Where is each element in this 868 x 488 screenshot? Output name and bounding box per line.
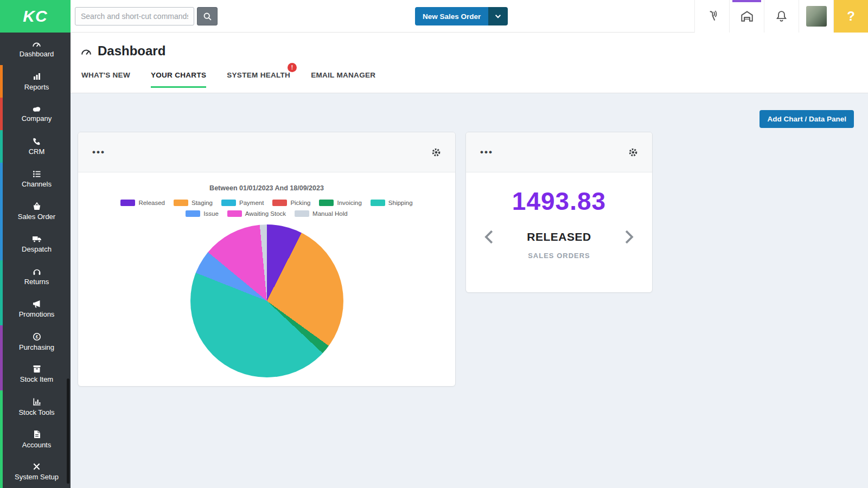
cloud-icon	[32, 105, 41, 112]
app-logo[interactable]: KC	[0, 0, 71, 33]
pie-card-header: •••	[78, 132, 455, 172]
panel-settings-gear-icon[interactable]	[431, 147, 441, 157]
panel-menu-icon[interactable]: •••	[92, 147, 105, 158]
sidebar-item-dashboard[interactable]: Dashboard	[0, 33, 71, 65]
list-icon	[33, 170, 41, 178]
sidebar-item-company[interactable]: Company	[0, 98, 71, 130]
tab-bar: WHAT'S NEW YOUR CHARTS SYSTEM HEALTH ! E…	[81, 71, 858, 88]
scanner-button[interactable]	[694, 0, 729, 33]
stat-navigator: RELEASED	[483, 230, 635, 244]
bell-icon	[775, 10, 788, 23]
legend-label: Shipping	[388, 200, 413, 206]
legend-item[interactable]: Shipping	[371, 200, 413, 206]
legend-label: Invoicing	[337, 200, 361, 206]
legend-label: Staging	[192, 200, 213, 206]
warehouse-icon	[740, 9, 754, 23]
sidebar-item-stock-tools[interactable]: Stock Tools	[0, 390, 71, 423]
sidebar-item-purchasing[interactable]: £ Purchasing	[0, 325, 71, 358]
legend-swatch	[272, 200, 287, 206]
legend-swatch	[295, 210, 309, 217]
tab-your-charts[interactable]: YOUR CHARTS	[151, 71, 206, 88]
pie-chart-card: ••• Between 01/01/2023 And 18/09/2023 Re…	[78, 132, 456, 387]
sidebar-item-crm[interactable]: CRM	[0, 130, 71, 163]
sidebar-item-returns[interactable]: Returns	[0, 260, 71, 293]
legend-item[interactable]: Issue	[186, 210, 219, 217]
tools-icon	[33, 463, 41, 471]
notifications-button[interactable]	[764, 0, 799, 33]
page-header: Dashboard WHAT'S NEW YOUR CHARTS SYSTEM …	[71, 33, 868, 93]
legend-swatch	[186, 210, 200, 217]
document-icon	[33, 430, 41, 439]
avatar	[806, 6, 827, 27]
dashboard-gauge-icon	[80, 47, 92, 56]
truck-icon	[32, 235, 42, 243]
legend-item[interactable]: Payment	[221, 200, 264, 206]
tab-email-manager[interactable]: EMAIL MANAGER	[311, 71, 375, 88]
sidebar-item-sales-order[interactable]: Sales Order	[0, 195, 71, 228]
stat-sublabel: SALES ORDERS	[528, 252, 590, 260]
basket-icon	[33, 202, 41, 210]
alert-badge: !	[288, 63, 297, 72]
stat-card-header: •••	[466, 132, 652, 172]
legend-label: Picking	[290, 200, 310, 206]
legend-row-1: ReleasedStagingPaymentPickingInvoicingSh…	[78, 200, 455, 206]
legend-item[interactable]: Awaiting Stock	[227, 210, 286, 217]
stat-label: RELEASED	[527, 230, 591, 243]
sidebar-item-reports[interactable]: Reports	[0, 65, 71, 98]
new-sales-order-dropdown[interactable]	[488, 7, 508, 25]
search-input[interactable]	[75, 7, 194, 25]
svg-text:£: £	[35, 334, 38, 339]
legend-item[interactable]: Manual Hold	[295, 210, 348, 217]
legend-label: Payment	[239, 200, 264, 206]
legend-item[interactable]: Invoicing	[319, 200, 361, 206]
chevron-right-icon[interactable]	[624, 230, 635, 244]
tab-whats-new[interactable]: WHAT'S NEW	[81, 71, 130, 88]
sidebar-item-stock-item[interactable]: Stock Item	[0, 358, 71, 390]
legend-swatch	[227, 210, 242, 217]
sidebar-item-channels[interactable]: Channels	[0, 163, 71, 195]
top-bar: KC New Sales Order	[0, 0, 868, 33]
panel-menu-icon[interactable]: •••	[480, 147, 493, 158]
phone-icon	[33, 137, 41, 145]
headset-icon	[33, 268, 41, 275]
search-icon	[203, 12, 212, 21]
search-button[interactable]	[197, 7, 218, 25]
pie-card-body: Between 01/01/2023 And 18/09/2023 Releas…	[78, 184, 455, 377]
legend-item[interactable]: Released	[120, 200, 165, 206]
sidebar-item-accounts[interactable]: Accounts	[0, 423, 71, 455]
legend-item[interactable]: Picking	[272, 200, 310, 206]
tab-system-health[interactable]: SYSTEM HEALTH !	[227, 71, 290, 88]
warehouse-button[interactable]	[729, 0, 764, 33]
sidebar-item-system-setup[interactable]: System Setup	[0, 455, 71, 488]
legend-swatch	[174, 200, 188, 206]
megaphone-icon	[33, 300, 41, 308]
gauge-icon	[32, 40, 41, 48]
pie-chart[interactable]	[190, 224, 343, 377]
stat-value: 1493.83	[512, 187, 606, 216]
page-title: Dashboard	[80, 43, 858, 59]
stat-card-body: 1493.83 RELEASED SALES ORDERS	[466, 172, 652, 260]
barcode-scanner-icon	[705, 9, 719, 23]
legend-label: Awaiting Stock	[245, 210, 286, 217]
sidebar-item-promotions[interactable]: Promotions	[0, 293, 71, 325]
chart-title: Between 01/01/2023 And 18/09/2023	[78, 184, 455, 192]
chevron-down-icon	[494, 12, 502, 20]
legend-row-2: IssueAwaiting StockManual Hold	[78, 210, 455, 217]
stat-card: ••• 1493.83 RELEASED SALES ORDERS	[465, 132, 653, 293]
legend-swatch	[221, 200, 236, 206]
chevron-left-icon[interactable]	[483, 230, 494, 244]
panel-settings-gear-icon[interactable]	[628, 147, 638, 157]
new-sales-order-button[interactable]: New Sales Order	[415, 7, 488, 25]
add-chart-data-panel-button[interactable]: Add Chart / Data Panel	[760, 110, 854, 128]
box-icon	[33, 365, 41, 373]
coin-icon: £	[33, 332, 41, 341]
legend-label: Manual Hold	[312, 210, 348, 217]
legend-item[interactable]: Staging	[174, 200, 213, 206]
new-sales-order-split-button[interactable]: New Sales Order	[415, 7, 508, 25]
sidebar-scrollbar[interactable]	[67, 378, 69, 483]
profile-button[interactable]	[799, 0, 833, 33]
legend-swatch	[371, 200, 385, 206]
sidebar-item-despatch[interactable]: Despatch	[0, 228, 71, 260]
topbar-icon-group: ?	[694, 0, 868, 33]
help-button[interactable]: ?	[833, 0, 868, 33]
